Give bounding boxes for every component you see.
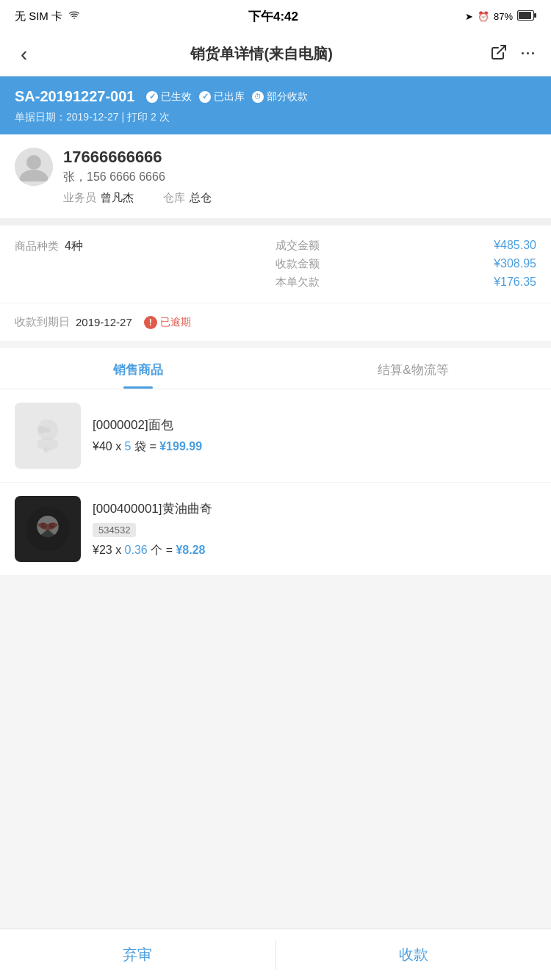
table-row: [000400001]黄油曲奇 534532 ¥23 x 0.36 个 = ¥8… — [0, 483, 551, 576]
status-time: 下午4:42 — [248, 8, 298, 25]
product-qty-1: 5 — [125, 440, 132, 453]
status-right: ➤ ⏰ 87% — [465, 10, 536, 23]
bottom-spacer — [0, 576, 551, 635]
battery-text: 87% — [494, 11, 513, 22]
overdue-text: 已逾期 — [160, 316, 191, 329]
order-header: SA-20191227-001 ✓ 已生效 ✓ 已出库 ⏱ 部分收款 单据日期：… — [0, 76, 551, 134]
product-info-2: [000400001]黄油曲奇 534532 ¥23 x 0.36 个 = ¥8… — [93, 500, 536, 558]
salesperson-value: 曾凡杰 — [101, 191, 134, 205]
warehouse-label: 仓库 — [163, 191, 185, 205]
product-name-1: [0000002]面包 — [93, 417, 536, 433]
more-button[interactable]: ··· — [521, 46, 536, 62]
owed-value: ¥176.35 — [494, 275, 536, 289]
product-list: 鲸+ [0000002]面包 ¥40 x 5 袋 = ¥199.99 — [0, 389, 551, 576]
deal-amount-row: 成交金额 ¥485.30 — [276, 239, 536, 253]
status-left: 无 SIM 卡 — [15, 10, 82, 24]
product-image-1: 鲸+ — [15, 403, 81, 469]
product-qty-2: 0.36 — [125, 544, 148, 556]
page-title: 销货单详情(来自电脑) — [190, 44, 332, 64]
tab-section: 销售商品 结算&物流等 — [0, 348, 551, 389]
overdue-badge: ! 已逾期 — [144, 316, 191, 329]
payment-button[interactable]: 收款 — [276, 937, 552, 972]
svg-rect-3 — [519, 12, 531, 19]
tab-products[interactable]: 销售商品 — [0, 348, 276, 389]
salesperson-info: 业务员 曾凡杰 — [63, 191, 134, 205]
table-row: 鲸+ [0000002]面包 ¥40 x 5 袋 = ¥199.99 — [0, 389, 551, 483]
deal-amount-value: ¥485.30 — [494, 239, 536, 253]
customer-info: 17666666666 张，156 6666 6666 业务员 曾凡杰 仓库 总… — [63, 148, 536, 205]
order-id: SA-20191227-001 — [15, 88, 134, 105]
product-total-1: ¥199.99 — [159, 440, 202, 453]
svg-point-8 — [38, 426, 46, 433]
product-types-label: 商品种类 — [15, 239, 59, 253]
owed-row: 本单欠款 ¥176.35 — [276, 275, 536, 289]
product-info-1: [0000002]面包 ¥40 x 5 袋 = ¥199.99 — [93, 417, 536, 455]
avatar — [15, 148, 53, 186]
summary-right: 成交金额 ¥485.30 收款金额 ¥308.95 本单欠款 ¥176.35 — [276, 239, 536, 289]
overdue-icon: ! — [144, 316, 157, 329]
order-date: 单据日期：2019-12-27 | 打印 2 次 — [15, 111, 536, 124]
product-sku-2: 534532 — [93, 523, 136, 537]
product-types-count: 4种 — [65, 239, 83, 254]
cancel-review-button[interactable]: 弃审 — [0, 937, 276, 972]
nav-actions: ··· — [490, 43, 536, 65]
deal-amount-label: 成交金额 — [276, 239, 320, 253]
svg-line-4 — [497, 46, 505, 54]
received-value: ¥308.95 — [494, 257, 536, 271]
location-icon: ➤ — [465, 11, 473, 22]
product-price-1: ¥40 x 5 袋 = ¥199.99 — [93, 439, 536, 455]
svg-point-9 — [45, 427, 51, 433]
product-types-row: 商品种类 4种 — [15, 239, 276, 254]
svg-rect-2 — [534, 13, 536, 18]
svg-point-0 — [73, 17, 75, 18]
due-section: 收款到期日 2019-12-27 ! 已逾期 — [0, 303, 551, 341]
svg-point-6 — [26, 155, 41, 170]
due-date: 2019-12-27 — [76, 316, 132, 328]
divider-1 — [0, 218, 551, 226]
product-price-2: ¥23 x 0.36 个 = ¥8.28 — [93, 543, 536, 558]
alarm-icon: ⏰ — [478, 11, 489, 22]
product-name-2: [000400001]黄油曲奇 — [93, 500, 536, 517]
received-row: 收款金额 ¥308.95 — [276, 257, 536, 271]
back-button[interactable]: ‹ — [15, 37, 33, 72]
due-label: 收款到期日 — [15, 315, 70, 329]
nav-bar: ‹ 销货单详情(来自电脑) ··· — [0, 32, 551, 76]
status-badges: ✓ 已生效 ✓ 已出库 ⏱ 部分收款 — [146, 90, 308, 104]
salesperson-label: 业务员 — [63, 191, 96, 205]
wifi-icon — [67, 10, 82, 23]
summary-left: 商品种类 4种 — [15, 239, 276, 289]
bottom-bar: 弃审 收款 — [0, 929, 551, 980]
customer-name-phone: 张，156 6666 6666 — [63, 170, 536, 185]
status-effective: ✓ 已生效 — [146, 90, 192, 104]
summary-section: 商品种类 4种 成交金额 ¥485.30 收款金额 ¥308.95 本单欠款 ¥… — [0, 226, 551, 303]
product-total-2: ¥8.28 — [176, 544, 205, 556]
customer-account: 17666666666 — [63, 148, 536, 167]
received-label: 收款金额 — [276, 257, 320, 271]
tab-settlement[interactable]: 结算&物流等 — [276, 348, 551, 389]
status-partial-payment: ⏱ 部分收款 — [252, 90, 308, 104]
svg-text:鲸+: 鲸+ — [43, 447, 53, 453]
customer-section: 17666666666 张，156 6666 6666 业务员 曾凡杰 仓库 总… — [0, 134, 551, 218]
owed-label: 本单欠款 — [276, 275, 320, 289]
share-button[interactable] — [490, 43, 508, 65]
customer-meta: 业务员 曾凡杰 仓库 总仓 — [63, 191, 536, 205]
tabs: 销售商品 结算&物流等 — [0, 348, 551, 389]
warehouse-info: 仓库 总仓 — [163, 191, 212, 205]
status-shipped: ✓ 已出库 — [199, 90, 245, 104]
battery-icon — [517, 10, 536, 23]
product-image-2 — [15, 496, 81, 562]
warehouse-value: 总仓 — [190, 191, 212, 205]
status-bar: 无 SIM 卡 下午4:42 ➤ ⏰ 87% — [0, 0, 551, 32]
carrier-text: 无 SIM 卡 — [15, 10, 62, 24]
